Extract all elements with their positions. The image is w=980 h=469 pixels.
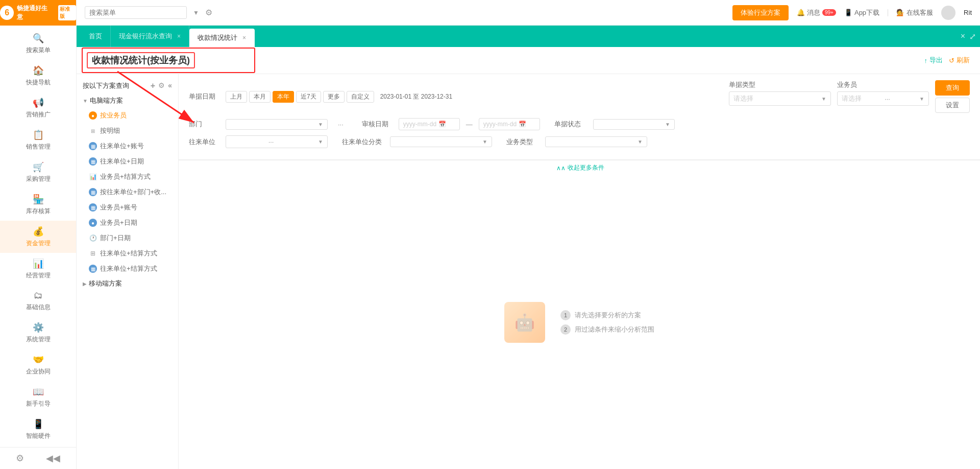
- collapse-panel-icon[interactable]: «: [168, 81, 172, 90]
- staff-payment-icon: 📊: [89, 173, 97, 181]
- scheme-item-staff-payment[interactable]: 📊 业务员+结算方式: [77, 169, 178, 184]
- tab-home[interactable]: 首页: [81, 26, 111, 47]
- partner-select[interactable]: ··· ▼: [226, 135, 328, 148]
- scheme-item-partner-dept[interactable]: ▦ 按往来单位+部门+收...: [77, 184, 178, 200]
- desktop-group-arrow: ▼: [83, 98, 88, 104]
- left-panel-header: 按以下方案查询 + ⚙ «: [77, 78, 178, 93]
- sidebar-item-inventory[interactable]: 🏪 库存核算: [0, 189, 76, 221]
- partner-label: 往来单位: [189, 137, 219, 147]
- tab-bank-flow[interactable]: 现金银行流水查询 ×: [111, 26, 189, 47]
- biz-type-label: 业务类型: [506, 137, 537, 147]
- mobile-group-title[interactable]: ▶ 移动端方案: [77, 276, 178, 291]
- partner-date-icon: ▦: [89, 157, 97, 166]
- scheme-item-partner-payment2[interactable]: ▦ 往来单位+结算方式: [77, 261, 178, 276]
- tab-bank-flow-close[interactable]: ×: [177, 33, 181, 40]
- scheme-item-detail[interactable]: ⊞ 按明细: [77, 123, 178, 138]
- sidebar-label-search: 搜索菜单: [26, 46, 51, 55]
- scheme-item-staff-account[interactable]: ▦ 业务员+账号: [77, 200, 178, 215]
- sidebar-item-quick[interactable]: 🏠 快捷导航: [0, 60, 76, 92]
- tab-collection-close[interactable]: ×: [242, 34, 246, 41]
- notification-area[interactable]: 🔔 消息 99+: [797, 8, 836, 17]
- staff-payment-label: 业务员+结算方式: [100, 172, 151, 181]
- dept-select[interactable]: ▼: [226, 119, 328, 130]
- date-this-year-btn[interactable]: 本年: [273, 91, 294, 103]
- sidebar-item-basic[interactable]: 🗂 基础信息: [0, 285, 76, 317]
- settings-icon[interactable]: ⚙: [16, 453, 24, 464]
- sidebar-label-operations: 经营管理: [26, 271, 51, 280]
- scheme-item-dept-date[interactable]: 🕐 部门+日期: [77, 230, 178, 246]
- enterprise-icon: 🤝: [33, 354, 44, 365]
- salesperson-select[interactable]: 请选择 ··· ▼: [837, 91, 929, 106]
- sidebar-item-operations[interactable]: 📊 经营管理: [0, 253, 76, 285]
- partner-dots-btn[interactable]: ···: [268, 138, 274, 146]
- gear-scheme-icon[interactable]: ⚙: [158, 81, 165, 90]
- sidebar-item-guide[interactable]: 📖 新手引导: [0, 381, 76, 413]
- dept-dots[interactable]: ···: [338, 121, 344, 128]
- sidebar-item-search[interactable]: 🔍 搜索菜单: [0, 28, 76, 60]
- tab-close-all-icon[interactable]: ×: [961, 32, 965, 41]
- date-custom-btn[interactable]: 自定义: [347, 91, 374, 103]
- sidebar-item-hardware[interactable]: 📱 智能硬件: [0, 413, 76, 445]
- date-label: 单据日期: [189, 92, 219, 101]
- review-date-from-input[interactable]: yyyy-mm-dd 📅: [399, 118, 460, 130]
- date-this-month-btn[interactable]: 本月: [249, 91, 271, 103]
- refresh-button[interactable]: ↺ 刷新: [949, 56, 970, 65]
- scheme-item-partner-date[interactable]: ▦ 往来单位+日期: [77, 154, 178, 169]
- tab-collection[interactable]: 收款情况统计 ×: [189, 29, 255, 47]
- collapse-sidebar-icon[interactable]: ◀◀: [46, 453, 60, 464]
- setting-button[interactable]: 设置: [935, 98, 970, 113]
- detail-scheme-icon: ⊞: [89, 127, 97, 135]
- staff-date-label: 业务员+日期: [100, 218, 137, 227]
- scheme-item-partner-account[interactable]: ▦ 往来单位+账号: [77, 138, 178, 154]
- date-7days-btn[interactable]: 近7天: [296, 91, 321, 103]
- dept-date-label: 部门+日期: [100, 233, 131, 243]
- export-button[interactable]: ↑ 导出: [924, 56, 943, 65]
- dropdown-icon[interactable]: ▼: [193, 9, 199, 16]
- type-label: 单据类型: [729, 80, 829, 89]
- bell-icon: 🔔: [797, 9, 805, 16]
- salesperson-dots[interactable]: ···: [885, 95, 890, 103]
- date-last-month-btn[interactable]: 上月: [226, 91, 247, 103]
- bill-type-select[interactable]: 请选择 ▼: [729, 91, 831, 106]
- settings-gear-icon[interactable]: ⚙: [205, 8, 212, 17]
- user-avatar[interactable]: [941, 6, 955, 20]
- biz-type-select[interactable]: ▼: [545, 136, 647, 147]
- sidebar-item-enterprise[interactable]: 🤝 企业协同: [0, 349, 76, 381]
- partner-dept-label: 按往来单位+部门+收...: [100, 187, 166, 197]
- sidebar-item-system[interactable]: ⚙️ 系统管理: [0, 317, 76, 349]
- date-more-btn[interactable]: 更多: [323, 91, 345, 103]
- sidebar-item-purchase[interactable]: 🛒 采购管理: [0, 156, 76, 189]
- logo-icon: 6: [0, 6, 14, 20]
- sidebar-item-sales[interactable]: 📋 销售管理: [0, 124, 76, 156]
- export-icon: ↑: [924, 57, 928, 64]
- tab-bar: 首页 现金银行流水查询 × 收款情况统计 × × ⤢: [77, 26, 980, 47]
- hardware-icon: 📱: [33, 418, 44, 430]
- query-button[interactable]: 查询: [935, 80, 970, 96]
- online-service-btn[interactable]: 💁 在线客服: [896, 8, 933, 17]
- sidebar-label-guide: 新手引导: [26, 400, 51, 408]
- scheme-item-salesperson[interactable]: ● 按业务员: [77, 108, 178, 123]
- trial-button[interactable]: 体验行业方案: [732, 5, 789, 20]
- sidebar-item-wechat[interactable]: 💬 企业微信: [0, 445, 76, 447]
- collapse-bar[interactable]: ∧∧ 收起更多条件: [179, 160, 980, 175]
- sidebar-item-finance[interactable]: 💰 资金管理: [0, 221, 76, 253]
- calendar-icon-to: 📅: [519, 121, 526, 128]
- salesperson-value: 请选择: [842, 94, 862, 103]
- bill-status-select[interactable]: ▼: [593, 119, 675, 130]
- tab-expand-icon[interactable]: ⤢: [969, 32, 976, 41]
- partner-date-label: 往来单位+日期: [100, 157, 144, 166]
- add-scheme-icon[interactable]: +: [151, 81, 155, 90]
- review-date-to-input[interactable]: yyyy-mm-dd 📅: [479, 118, 540, 130]
- header-actions: 体验行业方案 🔔 消息 99+ 📱 App下载 💁 在线客服 Rit: [732, 5, 972, 20]
- breadcrumb-input[interactable]: [85, 6, 187, 19]
- refresh-label: 刷新: [957, 56, 970, 65]
- sidebar-item-marketing[interactable]: 📢 营销推广: [0, 92, 76, 124]
- scheme-item-partner-payment1[interactable]: ⊞ 往来单位+结算方式: [77, 246, 178, 261]
- partner-type-select[interactable]: ▼: [390, 136, 492, 147]
- app-download-btn[interactable]: 📱 App下载: [844, 8, 879, 17]
- scheme-item-staff-date[interactable]: ● 业务员+日期: [77, 215, 178, 230]
- app-name: 畅捷通好生意: [17, 4, 53, 21]
- service-icon: 💁: [896, 9, 904, 16]
- desktop-group-title[interactable]: ▼ 电脑端方案: [77, 93, 178, 108]
- empty-state: 🤖 1 请先选择要分析的方案 2: [179, 175, 980, 469]
